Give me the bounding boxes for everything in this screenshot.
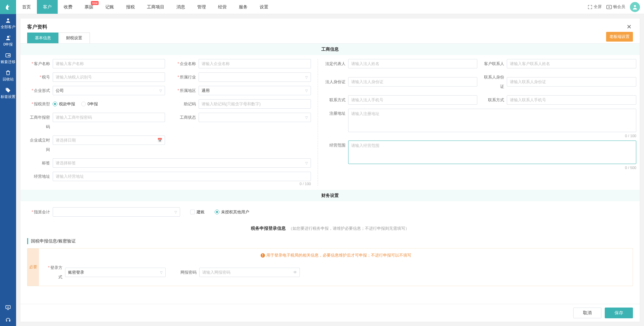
avatar[interactable] <box>630 2 640 12</box>
svg-point-1 <box>634 5 636 7</box>
nav-service[interactable]: 服务 <box>233 0 254 14</box>
new-badge: new <box>91 1 99 5</box>
video-icon <box>606 5 612 9</box>
top-nav: 首页 客户 收费 票据new 记账 报税 工商项目 消息 管理 经营 服务 设置… <box>0 0 644 14</box>
nav-operate[interactable]: 经营 <box>212 0 233 14</box>
logo[interactable] <box>0 0 16 14</box>
nav-manage[interactable]: 管理 <box>191 0 212 14</box>
fullscreen-icon <box>588 5 592 9</box>
nav-home[interactable]: 首页 <box>16 0 37 14</box>
nav-tax[interactable]: 报税 <box>120 0 141 14</box>
nav-bookkeep[interactable]: 记账 <box>99 0 120 14</box>
nav-items: 首页 客户 收费 票据new 记账 报税 工商项目 消息 管理 经营 服务 设置 <box>16 0 274 14</box>
user-icon <box>632 4 638 10</box>
member-button[interactable]: 畅会员 <box>606 4 625 10</box>
fullscreen-button[interactable]: 全屏 <box>588 4 602 10</box>
leaf-icon <box>5 4 11 10</box>
nav-fee[interactable]: 收费 <box>58 0 78 14</box>
nav-invoice[interactable]: 票据new <box>78 0 99 14</box>
nav-right: 全屏 畅会员 <box>588 2 644 12</box>
nav-project[interactable]: 工商项目 <box>141 0 170 14</box>
nav-message[interactable]: 消息 <box>170 0 191 14</box>
nav-customer[interactable]: 客户 <box>37 0 58 14</box>
nav-settings[interactable]: 设置 <box>254 0 274 14</box>
